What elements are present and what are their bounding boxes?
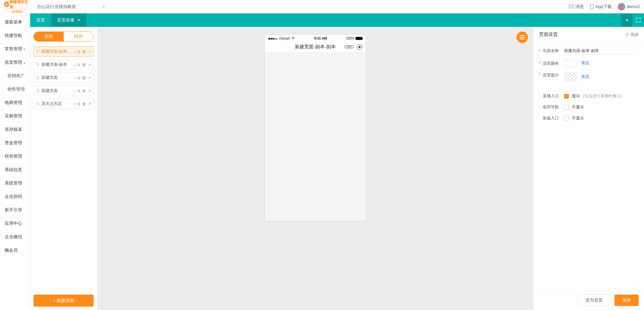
sidebar-item[interactable]: 电商管理 (0, 96, 30, 109)
brand-name: 畅捷通好生意 (10, 0, 30, 9)
sidebar-item[interactable]: 新手引导 (0, 203, 30, 217)
phone-status-bar: chanjet 9:41 AM 100% (265, 35, 366, 42)
close-panel-button[interactable]: ✕ (621, 13, 633, 27)
service-entry-checkbox[interactable] (564, 116, 569, 121)
message-icon (569, 4, 574, 9)
drag-handle-icon[interactable]: ☰ (36, 75, 40, 80)
canvas: chanjet 9:41 AM 100% 新建页面-副本-副本 (97, 27, 533, 310)
video-tutorial-link[interactable]: 视频 (625, 32, 639, 38)
segment-component[interactable]: 组件 (64, 32, 94, 41)
phone-icon (590, 4, 594, 9)
sidebar-item[interactable]: 快捷导航 (0, 29, 30, 42)
bg-color-reset[interactable]: 重置 (581, 61, 589, 65)
battery-icon (356, 37, 362, 40)
fullscreen-icon (636, 18, 641, 22)
copy-icon[interactable]: ⧉ (77, 89, 80, 93)
sidebar-item[interactable]: 搜索菜单 (0, 15, 30, 29)
save-button[interactable]: 保存 (614, 295, 639, 306)
chevron-icon (23, 47, 25, 51)
work-area: 首页首页装修✕ ✕ 页面 组件 ☰新建页面-副本-...⌂⧉🗑↗☰新建页面-副本… (30, 13, 644, 310)
home-icon[interactable]: ⌂ (73, 89, 76, 93)
company-selector[interactable]: 办公品行业模拟账套 (37, 4, 105, 10)
tab-close-icon[interactable]: ✕ (77, 18, 80, 22)
home-icon[interactable]: ⌂ (73, 75, 76, 80)
page-list-item[interactable]: ☰新建页面⌂⧉🗑↗ (34, 72, 94, 83)
sidebar-item[interactable]: 零售管理 (0, 42, 30, 56)
segment-page[interactable]: 页面 (34, 32, 64, 41)
page-list-item[interactable]: ☰新建页面-副本-...⌂⧉🗑↗ (34, 46, 94, 57)
miniapp-menu-icon[interactable] (344, 45, 354, 48)
home-icon[interactable]: ⌂ (73, 49, 76, 54)
drag-handle-icon[interactable]: ☰ (36, 49, 40, 54)
share-icon[interactable]: ↗ (88, 89, 91, 93)
home-icon[interactable]: ⌂ (73, 62, 76, 67)
sidebar-item[interactable]: 企业协同 (0, 190, 30, 203)
top-bar: b 畅捷通好生意 标准版 办公品行业模拟账套 消息 App下载 demo2 (0, 0, 644, 13)
tab-首页装修[interactable]: 首页装修✕ (51, 13, 87, 27)
fullscreen-button[interactable] (633, 13, 644, 27)
delete-icon[interactable]: 🗑 (82, 89, 86, 93)
page-list-panel: 页面 组件 ☰新建页面-副本-...⌂⧉🗑↗☰新建页面-副本⌂⧉🗑↗☰新建页面⌂… (30, 27, 97, 310)
svg-point-3 (572, 6, 573, 7)
user-menu[interactable]: demo2 (618, 3, 640, 10)
sidebar-subitem[interactable]: 营销推广 (0, 69, 30, 83)
page-list-item[interactable]: ☰昊天文具店⌂⧉🗑↗ (34, 99, 94, 109)
wifi-icon (291, 37, 295, 40)
settings-title: 页面设置 (539, 32, 558, 38)
messages-link[interactable]: 消息 (569, 4, 584, 10)
copy-icon[interactable]: ⧉ (77, 49, 80, 54)
drag-handle-icon[interactable]: ☰ (36, 102, 40, 106)
phone-page-title: 新建页面-副本-副本 (295, 44, 335, 50)
svg-point-1 (570, 6, 571, 7)
sidebar-item[interactable]: 系统管理 (0, 176, 30, 190)
share-icon[interactable]: ↗ (88, 62, 91, 67)
sidebar-subitem[interactable]: 销售管理 (0, 83, 30, 96)
floating-menu-button[interactable] (517, 32, 528, 43)
app-download-link[interactable]: App下载 (590, 4, 612, 10)
avatar (618, 3, 625, 10)
miniapp-close-icon[interactable] (357, 44, 362, 50)
sidebar-item[interactable]: 基础信息 (0, 163, 30, 176)
page-component-segment: 页面 组件 (34, 32, 94, 42)
tab-首页[interactable]: 首页 (30, 13, 51, 27)
play-icon (625, 33, 629, 37)
copy-icon[interactable]: ⧉ (77, 102, 80, 106)
sidebar-item[interactable]: 经营管理 (0, 150, 30, 163)
sidebar-item[interactable]: 资金管理 (0, 136, 30, 150)
live-entry-checkbox[interactable]: ✓ (564, 94, 569, 99)
share-icon[interactable]: ↗ (88, 102, 91, 106)
sidebar-item[interactable]: 库存核算 (0, 123, 30, 136)
delete-icon[interactable]: 🗑 (82, 102, 86, 106)
delete-icon[interactable]: 🗑 (82, 75, 86, 80)
page-list-item[interactable]: ☰新建页面⌂⧉🗑↗ (34, 86, 94, 96)
page-list-item[interactable]: ☰新建页面-副本⌂⧉🗑↗ (34, 59, 94, 70)
new-page-button[interactable]: + 新建页面 (34, 295, 94, 307)
phone-body[interactable] (265, 52, 366, 221)
sidebar-item[interactable]: 采购管理 (0, 109, 30, 123)
page-name-input[interactable] (564, 47, 639, 54)
delete-icon[interactable]: 🗑 (82, 49, 86, 54)
side-nav: 搜索菜单快捷导航零售管理批发管理营销推广销售管理电商管理采购管理库存核算资金管理… (0, 13, 30, 310)
home-icon[interactable]: ⌂ (73, 102, 76, 106)
share-icon[interactable]: ↗ (88, 75, 91, 80)
sidebar-item[interactable]: 畅会员 (0, 244, 30, 257)
drag-handle-icon[interactable]: ☰ (36, 89, 40, 93)
delete-icon[interactable]: 🗑 (82, 62, 86, 67)
copy-icon[interactable]: ⧉ (77, 62, 80, 67)
share-icon[interactable]: ↗ (88, 49, 91, 54)
set-home-button[interactable]: 设为首页 (578, 295, 610, 306)
bottom-nav-checkbox[interactable] (564, 105, 569, 110)
sidebar-item[interactable]: 批发管理 (0, 56, 30, 69)
company-name: 办公品行业模拟账套 (37, 4, 76, 10)
copy-icon[interactable]: ⧉ (77, 75, 80, 80)
drag-handle-icon[interactable]: ☰ (36, 62, 40, 67)
tabs-bar: 首页首页装修✕ ✕ (30, 13, 644, 27)
signal-icon (268, 37, 278, 40)
sidebar-item[interactable]: 企业微信 (0, 230, 30, 244)
bg-image-reset[interactable]: 重置 (581, 74, 589, 79)
sidebar-item[interactable]: 应用中心 (0, 217, 30, 230)
brand-logo: b 畅捷通好生意 标准版 (4, 0, 30, 13)
phone-preview: chanjet 9:41 AM 100% 新建页面-副本-副本 (265, 35, 366, 221)
bg-image-picker[interactable] (564, 72, 577, 82)
bg-color-swatch[interactable] (564, 60, 577, 67)
